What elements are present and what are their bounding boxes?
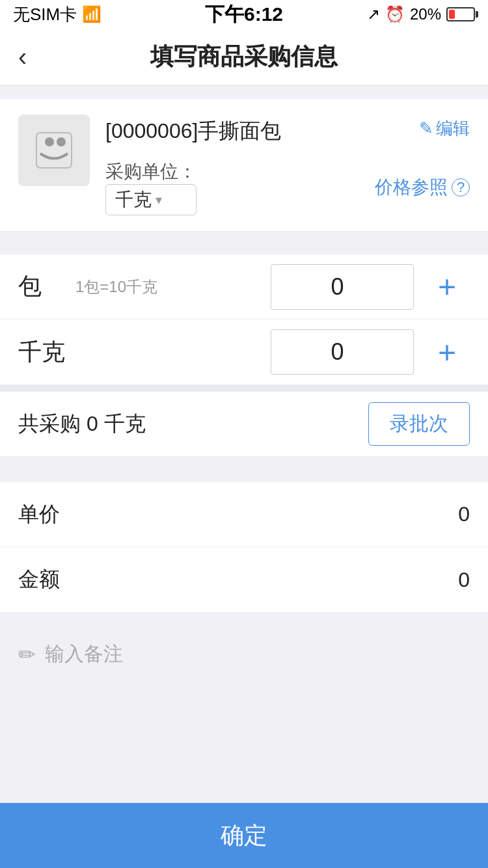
svg-rect-2 bbox=[36, 133, 72, 168]
price-row: 单价 0 bbox=[0, 482, 488, 547]
product-full-name: [0000006]手撕面包 bbox=[105, 117, 281, 146]
qty-plus-bao[interactable]: + bbox=[424, 264, 470, 310]
qty-label-bao: 包 bbox=[18, 271, 70, 303]
amount-value: 0 bbox=[458, 568, 470, 592]
info-section: 单价 0 金额 0 bbox=[0, 482, 488, 612]
qty-input-kg[interactable] bbox=[271, 329, 414, 375]
battery-icon bbox=[446, 7, 475, 21]
alarm-icon: ⏰ bbox=[385, 5, 405, 23]
amount-label: 金额 bbox=[18, 565, 60, 594]
unit-label: 采购单位： bbox=[105, 161, 197, 182]
svg-point-1 bbox=[57, 137, 66, 146]
qty-input-bao[interactable] bbox=[271, 264, 414, 310]
divider-2 bbox=[0, 385, 488, 391]
carrier-text: 无SIM卡 bbox=[13, 3, 77, 26]
qty-row-kg: 千克 + bbox=[0, 319, 488, 385]
unit-select[interactable]: 千克 ▾ bbox=[105, 184, 197, 215]
price-ref-help-icon: ? bbox=[452, 178, 470, 197]
svg-point-0 bbox=[45, 137, 54, 146]
qty-input-area-bao: + bbox=[157, 264, 470, 310]
status-bar-time: 下午6:12 bbox=[205, 1, 283, 28]
summary-text: 共采购 0 千克 bbox=[18, 410, 146, 439]
qty-input-area-kg: + bbox=[70, 329, 470, 375]
status-bar: 无SIM卡 📶 下午6:12 ↗ ⏰ 20% bbox=[0, 0, 488, 29]
qty-label-kg: 千克 bbox=[18, 336, 70, 368]
edit-icon: ✎ bbox=[419, 118, 433, 139]
qty-plus-kg[interactable]: + bbox=[424, 329, 470, 375]
confirm-button-label: 确定 bbox=[221, 820, 267, 852]
edit-link[interactable]: ✎ 编辑 bbox=[419, 117, 470, 140]
price-value: 0 bbox=[458, 502, 470, 526]
wifi-icon: 📶 bbox=[82, 5, 102, 23]
nav-bar: ‹ 填写商品采购信息 bbox=[0, 29, 488, 86]
quantity-section: 包 1包=10千克 + 千克 + bbox=[0, 254, 488, 385]
confirm-button-bar[interactable]: 确定 bbox=[0, 803, 488, 868]
status-bar-left: 无SIM卡 📶 bbox=[13, 3, 102, 26]
back-button[interactable]: ‹ bbox=[18, 42, 27, 72]
batch-button[interactable]: 录批次 bbox=[368, 402, 470, 446]
amount-row: 金额 0 bbox=[0, 547, 488, 612]
pencil-icon: ✏ bbox=[18, 642, 36, 667]
chevron-down-icon: ▾ bbox=[156, 192, 162, 208]
price-label: 单价 bbox=[18, 500, 60, 529]
product-thumbnail bbox=[18, 115, 90, 186]
status-bar-right: ↗ ⏰ 20% bbox=[367, 5, 475, 23]
product-name-row: [0000006]手撕面包 ✎ 编辑 bbox=[105, 117, 470, 146]
battery-fill bbox=[449, 10, 455, 19]
location-icon: ↗ bbox=[367, 5, 380, 23]
qty-sublabel-bao: 1包=10千克 bbox=[75, 277, 157, 297]
price-ref-button[interactable]: 价格参照 ? bbox=[375, 175, 470, 200]
divider-1 bbox=[0, 231, 488, 241]
divider-3 bbox=[0, 456, 488, 469]
note-section[interactable]: ✏ 输入备注 bbox=[0, 625, 488, 703]
unit-value: 千克 bbox=[115, 187, 152, 212]
unit-label-group: 采购单位： 千克 ▾ bbox=[105, 159, 197, 215]
edit-label: 编辑 bbox=[436, 117, 470, 140]
note-placeholder: 输入备注 bbox=[45, 641, 123, 668]
product-info: [0000006]手撕面包 ✎ 编辑 采购单位： 千克 ▾ 价格参照 ? bbox=[105, 115, 470, 215]
qty-row-bao: 包 1包=10千克 + bbox=[0, 254, 488, 319]
unit-row: 采购单位： 千克 ▾ 价格参照 ? bbox=[105, 159, 470, 215]
product-card: [0000006]手撕面包 ✎ 编辑 采购单位： 千克 ▾ 价格参照 ? bbox=[0, 99, 488, 231]
battery-text: 20% bbox=[410, 5, 441, 23]
summary-row: 共采购 0 千克 录批次 bbox=[0, 391, 488, 456]
price-ref-label: 价格参照 bbox=[375, 175, 448, 200]
page-title: 填写商品采购信息 bbox=[150, 41, 338, 73]
